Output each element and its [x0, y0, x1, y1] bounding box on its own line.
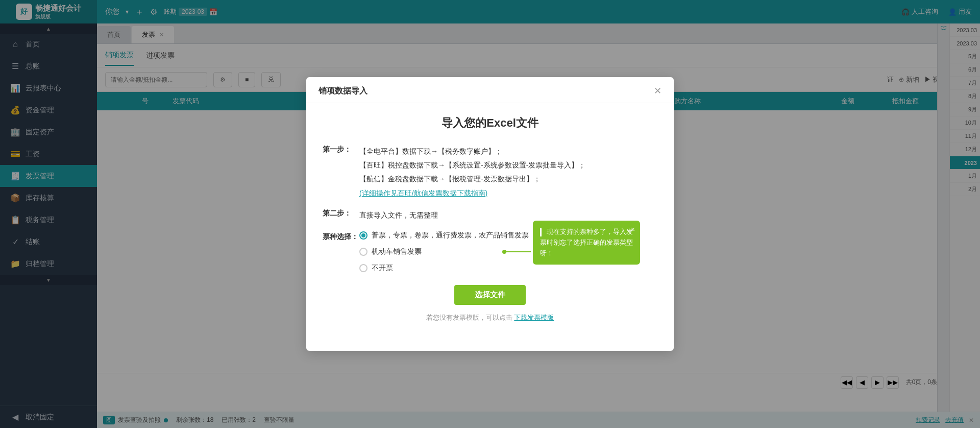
modal-header: 销项数据导入 ✕ [306, 77, 674, 103]
step1-label: 第一步： [323, 145, 359, 154]
radio-1[interactable] [359, 231, 368, 240]
tooltip-line [506, 251, 531, 252]
ticket-label: 票种选择： [323, 231, 359, 242]
tooltip-close-btn[interactable]: × [631, 224, 635, 235]
ticket-label-2: 机动车销售发票 [372, 247, 422, 256]
download-hint-text: 若您没有发票模版，可以点击 [426, 314, 512, 321]
tooltip-bar [540, 228, 542, 236]
step1-guide-link[interactable]: (详细操作见百旺/航信发票数据下载指南) [359, 189, 487, 197]
modal-close-btn[interactable]: ✕ [654, 85, 662, 97]
tooltip-connector [502, 250, 531, 254]
ticket-options: 普票，专票，卷票，通行费发票，农产品销售发票 机动车销售发票 [359, 231, 529, 273]
tooltip-dot [502, 250, 506, 254]
download-template-link[interactable]: 下载发票模版 [514, 314, 554, 321]
radio-2[interactable] [359, 248, 368, 256]
ticket-option-2[interactable]: 机动车销售发票 [359, 247, 529, 256]
select-file-btn[interactable]: 选择文件 [454, 285, 526, 305]
step1-line2: 【百旺】税控盘数据下载→【系统设置-系统参数设置-发票批量导入】； [359, 159, 657, 172]
ticket-option-3[interactable]: 不开票 [359, 264, 529, 273]
step1-row: 第一步： 【全电平台】数据下载→【税务数字账户】； 【百旺】税控盘数据下载→【系… [323, 145, 657, 201]
modal-title: 销项数据导入 [318, 86, 368, 97]
step1-line1: 【全电平台】数据下载→【税务数字账户】； [359, 145, 657, 158]
ticket-label-3: 不开票 [372, 264, 393, 273]
modal-main-title: 导入您的Excel文件 [323, 115, 657, 131]
radio-3[interactable] [359, 264, 368, 272]
tooltip-bubble: 现在支持的票种多了，导入发票时别忘了选择正确的发票类型呀！ × [533, 221, 640, 265]
step1-content: 【全电平台】数据下载→【税务数字账户】； 【百旺】税控盘数据下载→【系统设置-系… [359, 145, 657, 201]
step2-text: 直接导入文件，无需整理 [359, 209, 657, 222]
modal-body: 导入您的Excel文件 第一步： 【全电平台】数据下载→【税务数字账户】； 【百… [306, 103, 674, 335]
ticket-option-1[interactable]: 普票，专票，卷票，通行费发票，农产品销售发票 [359, 231, 529, 240]
ticket-label-1: 普票，专票，卷票，通行费发票，农产品销售发票 [372, 231, 529, 240]
step1-line3: 【航信】金税盘数据下载→【报税管理-发票数据导出】； [359, 173, 657, 185]
modal-footer: 选择文件 [323, 285, 657, 305]
modal-overlay: 销项数据导入 ✕ 导入您的Excel文件 第一步： 【全电平台】数据下载→【税务… [0, 0, 980, 428]
step2-label: 第二步： [323, 209, 359, 218]
tooltip-text: 现在支持的票种多了，导入发票时别忘了选择正确的发票类型呀！ [540, 228, 633, 257]
download-hint: 若您没有发票模版，可以点击 下载发票模版 [323, 313, 657, 322]
import-modal: 销项数据导入 ✕ 导入您的Excel文件 第一步： 【全电平台】数据下载→【税务… [306, 77, 674, 351]
ticket-select-row: 票种选择： 普票，专票，卷票，通行费发票，农产品销售发票 机动车销售发票 [323, 231, 657, 273]
